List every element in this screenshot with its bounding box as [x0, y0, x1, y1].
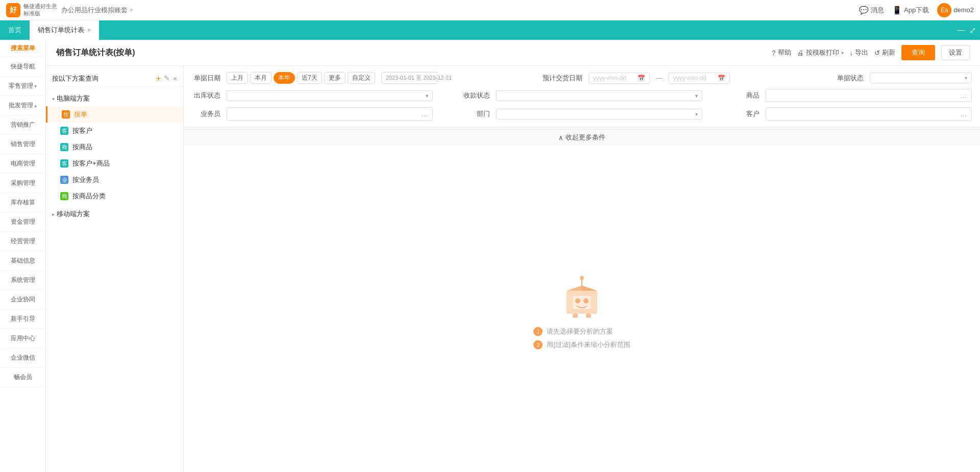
filter-row-2: 出库状态 ▾ 收款状态 ▾ 商品	[192, 89, 972, 102]
collapse-more-btn[interactable]: ∧ 收起更多条件	[184, 129, 980, 145]
ship-status-label: 出库状态	[192, 91, 220, 100]
plan-group-pc[interactable]: ▾ 电脑端方案	[46, 91, 183, 106]
breadcrumb[interactable]: 办公用品行业模拟账套 ▾	[61, 6, 133, 15]
customer-select[interactable]: …	[766, 107, 972, 121]
sidebar-item-wholesale[interactable]: 批发管理 ▴	[0, 96, 45, 115]
expected-date-start[interactable]: yyyy-mm-dd 📅	[589, 73, 650, 84]
more-btn[interactable]: 更多	[324, 72, 346, 84]
sidebar-item-marketing[interactable]: 营销推广	[0, 115, 45, 135]
dept-label: 部门	[461, 109, 490, 119]
sidebar-item-wechat[interactable]: 企业微信	[0, 348, 45, 368]
expand-icon: ▴	[34, 103, 37, 108]
sidebar-item-enterprise[interactable]: 企业协同	[0, 290, 45, 310]
date-start-input[interactable]: 2023-01-01 至 2023-12-31	[381, 72, 437, 84]
collapse-panel-icon[interactable]: «	[173, 74, 177, 83]
tab-home[interactable]: 首页	[0, 20, 30, 40]
collect-status-select[interactable]: ▾	[496, 90, 702, 101]
svg-point-5	[583, 298, 589, 303]
plan-icon-goods: 商	[60, 143, 68, 151]
dept-select[interactable]: ▾	[496, 109, 702, 120]
export-button[interactable]: ↓ 导出	[850, 48, 869, 57]
plan-item-by-order[interactable]: 按 按单	[46, 106, 183, 123]
filter-row-1: 单据日期 上月 本月 本年 近7天 更多 自定义 2023-01-01 至 20…	[192, 72, 972, 84]
main-content: 按以下方案查询 + ✎ « ▾ 电脑端方案 按 按单	[46, 66, 980, 472]
tab-close-icon[interactable]: ×	[87, 27, 91, 34]
tab-active[interactable]: 销售订单统计表 ×	[30, 20, 99, 40]
doc-status-select[interactable]: ▾	[870, 73, 972, 83]
top-bar-left: 好 畅捷通好生意 标准版 办公用品行业模拟账套 ▾	[6, 3, 133, 17]
sidebar-item-retail[interactable]: 零售管理 ▾	[0, 77, 45, 96]
plan-item-by-customer[interactable]: 客 按客户	[46, 123, 183, 139]
minimize-icon[interactable]: —	[957, 26, 965, 35]
message-button[interactable]: 💬 消息	[859, 6, 884, 15]
refresh-button[interactable]: ↺ 刷新	[874, 48, 895, 57]
page-header: 销售订单统计表(按单) ? 帮助 🖨 按模板打印 ▾ ↓ 导出 ↺ 刷新	[46, 40, 980, 66]
help-button[interactable]: ? 帮助	[772, 48, 791, 57]
custom-btn[interactable]: 自定义	[348, 72, 375, 84]
sidebar-item-basic-info[interactable]: 基础信息	[0, 251, 45, 271]
plan-section-pc: ▾ 电脑端方案 按 按单 客 按客户 商 按商品	[46, 89, 183, 206]
tab-bar-right: — ⤢	[957, 26, 980, 35]
plan-item-by-category[interactable]: 商 按商品分类	[46, 188, 183, 204]
expected-date-end[interactable]: yyyy-mm-dd 📅	[669, 73, 730, 84]
svg-marker-2	[582, 286, 597, 291]
logo-text: 畅捷通好生意 标准版	[23, 3, 57, 16]
more-options-icon[interactable]: …	[421, 110, 428, 118]
user-avatar[interactable]: Ea demo2	[937, 3, 974, 17]
sidebar-item-ecommerce[interactable]: 电商管理	[0, 154, 45, 174]
this-year-btn[interactable]: 本年	[274, 72, 295, 84]
plan-icon-salesperson: 业	[60, 176, 68, 184]
doc-status-label: 单据状态	[835, 74, 864, 83]
chevron-down-icon: ▾	[426, 93, 428, 99]
svg-marker-1	[567, 286, 582, 291]
sidebar-item-system[interactable]: 系统管理	[0, 271, 45, 290]
sidebar-item-operations[interactable]: 经营管理	[0, 232, 45, 251]
edit-plan-icon[interactable]: ✎	[164, 74, 170, 83]
empty-tips: 1 请先选择要分析的方案 2 用[过滤]条件来缩小分析范围	[533, 327, 630, 349]
left-panel-icons: + ✎ «	[156, 74, 177, 83]
this-month-btn[interactable]: 本月	[250, 72, 272, 84]
goods-label: 商品	[731, 91, 760, 100]
ship-status-select[interactable]: ▾	[227, 90, 433, 101]
last-month-btn[interactable]: 上月	[227, 72, 248, 84]
last7-btn[interactable]: 近7天	[297, 72, 322, 84]
content-area: 销售订单统计表(按单) ? 帮助 🖨 按模板打印 ▾ ↓ 导出 ↺ 刷新	[46, 40, 980, 472]
more-options-icon[interactable]: …	[960, 110, 967, 118]
sidebar-search[interactable]: 搜索菜单	[0, 40, 45, 57]
sidebar-item-quick-nav[interactable]: 快捷导航	[0, 57, 45, 77]
top-bar-right: 💬 消息 📱 App下载 Ea demo2	[859, 3, 974, 17]
logo-icon: 好	[6, 3, 20, 17]
sidebar-item-finance[interactable]: 资金管理	[0, 213, 45, 232]
sidebar-item-guide[interactable]: 新手引导	[0, 310, 45, 329]
print-button[interactable]: 🖨 按模板打印 ▾	[797, 48, 844, 57]
sidebar-item-inventory[interactable]: 库存核算	[0, 193, 45, 213]
sidebar-item-sales[interactable]: 销售管理	[0, 135, 45, 154]
tab-bar: 首页 销售订单统计表 × — ⤢	[0, 20, 980, 40]
plan-group-mobile[interactable]: ▸ 移动端方案	[46, 206, 183, 222]
sidebar: 搜索菜单 快捷导航 零售管理 ▾ 批发管理 ▴ 营销推广 销售管理 电商管理 采…	[0, 40, 46, 472]
salesperson-label: 业务员	[192, 109, 220, 119]
sidebar-item-purchase[interactable]: 采购管理	[0, 174, 45, 193]
top-bar: 好 畅捷通好生意 标准版 办公用品行业模拟账套 ▾ 💬 消息 📱 App下载 E…	[0, 0, 980, 20]
maximize-icon[interactable]: ⤢	[969, 26, 976, 35]
more-options-icon[interactable]: …	[960, 91, 967, 100]
add-plan-icon[interactable]: +	[156, 74, 161, 83]
svg-point-7	[580, 276, 584, 280]
app-download-button[interactable]: 📱 App下载	[892, 6, 929, 15]
plan-icon-customer: 客	[60, 127, 68, 135]
chevron-down-icon: ▾	[695, 93, 698, 99]
svg-rect-3	[573, 296, 591, 309]
sidebar-item-app-center[interactable]: 应用中心	[0, 329, 45, 348]
sidebar-item-member[interactable]: 畅会员	[0, 368, 45, 387]
plan-item-by-goods[interactable]: 商 按商品	[46, 139, 183, 155]
svg-rect-8	[573, 314, 578, 318]
plan-icon-customer-goods: 客	[60, 159, 68, 168]
settings-button[interactable]: 设置	[941, 45, 970, 60]
plan-item-by-customer-goods[interactable]: 客 按客户+商品	[46, 155, 183, 172]
filter-row-3: 业务员 … 部门 ▾ 客户	[192, 107, 972, 121]
main-layout: 搜索菜单 快捷导航 零售管理 ▾ 批发管理 ▴ 营销推广 销售管理 电商管理 采…	[0, 40, 980, 472]
plan-item-by-salesperson[interactable]: 业 按业务员	[46, 172, 183, 188]
goods-select[interactable]: …	[766, 89, 972, 102]
query-button[interactable]: 查询	[901, 45, 935, 60]
salesperson-select[interactable]: …	[227, 107, 433, 121]
